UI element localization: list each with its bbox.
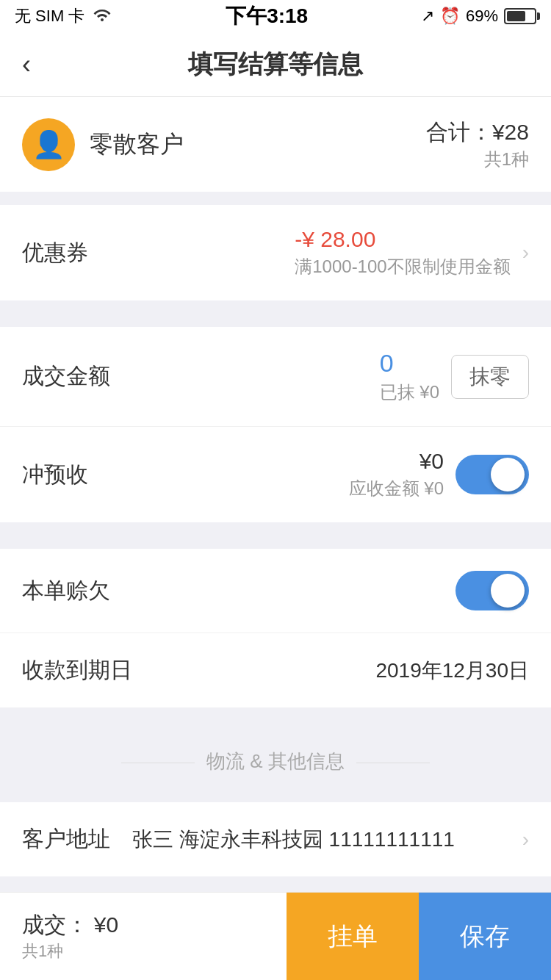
avatar-icon: 👤 [32, 129, 65, 160]
customer-total: 合计：¥28 [426, 118, 529, 148]
battery-label: 69% [466, 7, 498, 26]
prepaid-label: 冲预收 [22, 460, 88, 490]
due-date-label: 收款到期日 [22, 655, 132, 685]
page-title: 填写结算等信息 [188, 48, 363, 82]
coupon-value-block: -¥ 28.00 满1000-100不限制使用金额 [295, 227, 510, 278]
prepaid-toggle[interactable] [455, 455, 529, 494]
coupon-label: 优惠券 [22, 238, 88, 268]
prepaid-value: ¥0 [349, 449, 444, 474]
footer-deal-value: ¥0 [94, 912, 118, 937]
customer-left: 👤 零散客户 [22, 118, 184, 171]
deal-value: 0 [380, 349, 439, 378]
status-right: ↗ ⏰ 69% [421, 7, 536, 26]
toggle-knob [491, 458, 525, 491]
chevron-right-icon: › [522, 241, 529, 264]
credit-section: 本单赊欠 收款到期日 2019年12月30日 [0, 549, 551, 707]
section-divider-1 [0, 314, 551, 327]
section-divider-3 [0, 721, 551, 734]
credit-toggle-knob [491, 574, 525, 608]
status-left: 无 SIM 卡 [15, 5, 112, 27]
deal-section: 成交金额 0 已抹 ¥0 抹零 冲预收 ¥0 应收金额 ¥0 [0, 327, 551, 522]
logistics-header: 物流 & 其他信息 [0, 734, 551, 789]
deal-right: 0 已抹 ¥0 抹零 [380, 349, 529, 404]
customer-count: 共1种 [426, 148, 529, 171]
footer-count: 共1种 [22, 940, 264, 962]
deal-sub: 已抹 ¥0 [380, 381, 439, 404]
content: 👤 零散客户 合计：¥28 共1种 优惠券 -¥ 28.00 满1000-100… [0, 97, 551, 980]
credit-right [455, 571, 529, 610]
avatar: 👤 [22, 118, 75, 171]
address-chevron-icon: › [522, 828, 529, 851]
wifi-icon [92, 6, 112, 26]
deal-row: 成交金额 0 已抹 ¥0 抹零 [0, 327, 551, 426]
deal-label: 成交金额 [22, 361, 110, 392]
deal-value-block: 0 已抹 ¥0 [380, 349, 439, 404]
save-button[interactable]: 保存 [419, 893, 551, 980]
footer-info: 成交： ¥0 共1种 [0, 910, 287, 962]
address-label: 客户地址 [22, 824, 110, 854]
section-divider-4 [0, 789, 551, 802]
nav-bar: ‹ 填写结算等信息 [0, 32, 551, 97]
back-button[interactable]: ‹ [22, 49, 66, 80]
coupon-section: 优惠券 -¥ 28.00 满1000-100不限制使用金额 › [0, 205, 551, 300]
credit-row: 本单赊欠 [0, 549, 551, 633]
customer-row: 👤 零散客户 合计：¥28 共1种 [0, 97, 551, 192]
footer-deal-amount: 成交： ¥0 [22, 910, 264, 940]
coupon-desc: 满1000-100不限制使用金额 [295, 255, 510, 278]
carrier-label: 无 SIM 卡 [15, 5, 84, 27]
battery-icon [504, 8, 536, 24]
coupon-right: -¥ 28.00 满1000-100不限制使用金额 › [295, 227, 529, 278]
logistics-title: 物流 & 其他信息 [109, 749, 442, 774]
prepaid-value-block: ¥0 应收金额 ¥0 [349, 449, 444, 500]
footer: 成交： ¥0 共1种 挂单 保存 [0, 892, 551, 980]
prepaid-sub: 应收金额 ¥0 [349, 477, 444, 500]
coupon-row[interactable]: 优惠券 -¥ 28.00 满1000-100不限制使用金额 › [0, 205, 551, 300]
due-date-value: 2019年12月30日 [375, 657, 529, 685]
alarm-icon: ⏰ [440, 7, 460, 26]
hang-button[interactable]: 挂单 [287, 893, 419, 980]
status-bar: 无 SIM 卡 下午3:18 ↗ ⏰ 69% [0, 0, 551, 32]
customer-right: 合计：¥28 共1种 [426, 118, 529, 171]
location-icon: ↗ [421, 7, 434, 26]
address-row[interactable]: 客户地址 张三 海淀永丰科技园 11111111111 › [0, 802, 551, 876]
address-value: 张三 海淀永丰科技园 11111111111 [132, 826, 522, 854]
section-divider-2 [0, 536, 551, 549]
prepaid-row: 冲预收 ¥0 应收金额 ¥0 [0, 426, 551, 522]
customer-name: 零散客户 [90, 129, 184, 161]
prepaid-right: ¥0 应收金额 ¥0 [349, 449, 529, 500]
footer-deal-label: 成交： [22, 912, 88, 937]
round-zero-button[interactable]: 抹零 [451, 355, 529, 399]
time-label: 下午3:18 [226, 2, 308, 30]
coupon-discount: -¥ 28.00 [295, 227, 510, 252]
credit-toggle[interactable] [455, 571, 529, 610]
due-date-row: 收款到期日 2019年12月30日 [0, 633, 551, 707]
credit-label: 本单赊欠 [22, 576, 110, 606]
